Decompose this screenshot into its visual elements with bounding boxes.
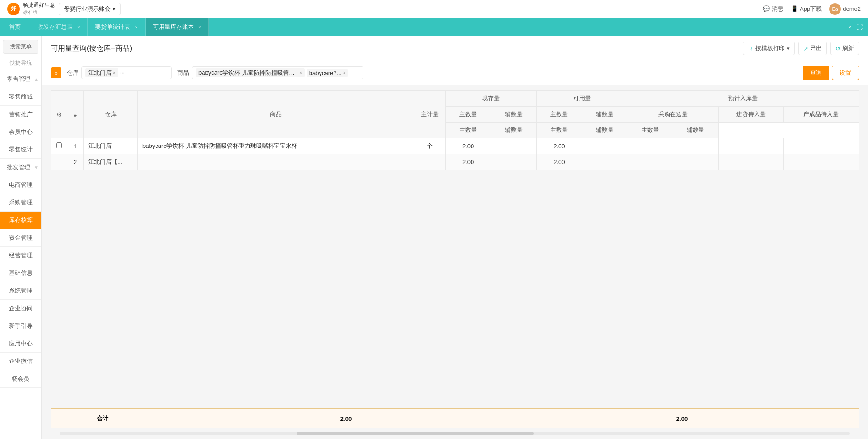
product-tag-1-label: babycare学饮杯 儿童防摔防撞吸管杯重力球吸嘴杯宝宝水杯 [198,69,298,77]
export-btn[interactable]: ↗ 导出 [798,42,827,55]
scrollbar-thumb[interactable] [297,432,533,435]
summary-label: 合计 [92,413,146,425]
product-tag-1-close[interactable]: × [299,71,302,76]
tab-receipt-close[interactable]: × [77,24,80,30]
chevron-icon: ▲ [34,77,38,82]
row2-current-main: 2.00 [445,154,491,170]
sidebar-item-new-user[interactable]: 新手引导 [0,317,41,335]
th-purchase-aux: 辅数量 [491,123,537,138]
sidebar-item-enterprise-label: 企业协同 [3,304,38,312]
product-filter-label: 商品 [177,69,189,77]
sidebar-item-retail-shop[interactable]: 零售商城 [0,88,41,106]
sidebar-item-wholesale[interactable]: 批发管理 ▼ [0,159,41,176]
th-product: 商品 [138,91,414,138]
row1-product-main [783,138,821,154]
user-menu[interactable]: Ea demo2 [829,3,861,15]
warehouse-filter-tags[interactable]: 江北门店 × ··· [81,66,172,79]
export-label: 导出 [810,44,822,52]
row1-product-aux [821,138,859,154]
row1-checkbox[interactable] [51,138,67,154]
th-purchase-transit: 采购在途量 [627,107,718,123]
row1-current-aux [491,138,537,154]
product-tag-1: babycare学饮杯 儿童防摔防撞吸管杯重力球吸嘴杯宝宝水杯 × [196,68,305,77]
sidebar-item-retail-mgmt[interactable]: 零售管理 ▲ [0,71,41,88]
warehouse-filter-group: 仓库 江北门店 × ··· [67,66,172,79]
search-menu-btn[interactable]: 搜索菜单 [3,40,38,54]
warehouse-tag-close[interactable]: × [113,71,116,76]
sidebar-item-inventory-check[interactable]: 库存核算 [0,212,41,229]
product-tag-2: babycare?... × [307,69,348,77]
top-bar: 好 畅捷通好生意 标准版 母婴行业演示账套 ▾ 💬 消息 📱 App下载 Ea … [0,0,868,18]
sidebar-item-marketing[interactable]: 营销推广 [0,106,41,123]
sidebar-item-system[interactable]: 系统管理 [0,282,41,300]
app-download-btn[interactable]: 📱 App下载 [791,5,822,13]
sidebar-item-new-user-label: 新手引导 [3,322,38,330]
tab-inventory-label: 可用量库存账本 [153,23,194,31]
logo-icon: 好 [7,3,20,15]
th-incoming-main: 主数量 [537,123,582,138]
tab-order[interactable]: 要货单统计表 × [88,18,145,36]
tab-home[interactable]: 首页 [0,18,30,36]
row2-available-aux [582,154,627,170]
sidebar-item-purchase[interactable]: 采购管理 [0,194,41,212]
warehouse-filter-label: 仓库 [67,69,79,77]
main-layout: 搜索菜单 快捷导航 零售管理 ▲ 零售商城 营销推广 会员中心 零售统计 批发管… [0,36,868,439]
scrollbar-track[interactable] [60,432,850,435]
sidebar-item-basic-info[interactable]: 基础信息 [0,264,41,282]
industry-selector[interactable]: 母婴行业演示账套 ▾ [59,3,121,15]
row2-incoming-main [718,154,751,170]
template-print-label: 按模板打印 [755,44,785,52]
row2-checkbox[interactable] [51,154,67,170]
sidebar-item-ecommerce[interactable]: 电商管理 [0,176,41,194]
sidebar-item-finance[interactable]: 资金管理 [0,229,41,247]
sidebar-item-app-center[interactable]: 应用中心 [0,335,41,353]
message-icon: 💬 [763,5,770,12]
filter-expand-btn[interactable]: » [51,67,61,78]
page-header: 可用量查询(按仓库+商品) 🖨 按模板打印 ▾ ↗ 导出 ↺ 刷新 [42,36,868,61]
sidebar-item-ecommerce-label: 电商管理 [3,181,38,189]
expand-icon: » [54,70,57,76]
row2-incoming-aux [751,154,783,170]
quick-nav-btn[interactable]: 快捷导航 [0,57,41,71]
refresh-btn[interactable]: ↺ 刷新 [830,42,859,55]
product-filter-tags[interactable]: babycare学饮杯 儿童防摔防撞吸管杯重力球吸嘴杯宝宝水杯 × babyca… [192,66,363,79]
sidebar: 搜索菜单 快捷导航 零售管理 ▲ 零售商城 营销推广 会员中心 零售统计 批发管… [0,36,42,439]
tab-inventory-close[interactable]: × [198,24,201,30]
filter-more-btn[interactable]: ··· [120,70,125,76]
close-all-btn[interactable]: × [848,24,852,31]
sidebar-item-business[interactable]: 经营管理 [0,247,41,264]
query-btn[interactable]: 查询 [803,66,829,80]
th-available: 可用量 [537,91,627,107]
sidebar-item-retail-stats[interactable]: 零售统计 [0,141,41,159]
th-current-stock: 现存量 [445,91,536,107]
template-print-btn[interactable]: 🖨 按模板打印 ▾ [743,42,795,55]
row1-available-aux [582,138,627,154]
th-incoming-aux: 辅数量 [582,123,627,138]
data-table: ⚙ # 仓库 商品 主计量 现存量 可用量 预计入库量 主数量 辅数量 主数量 … [51,90,859,170]
summary-empty-1 [60,413,76,425]
sidebar-item-wholesale-label: 批发管理 [3,163,34,171]
sidebar-item-member2[interactable]: 畅会员 [0,370,41,388]
row1-check[interactable] [56,142,62,148]
sidebar-search-area: 搜索菜单 [0,36,41,57]
th-settings[interactable]: ⚙ [51,91,67,138]
settings-btn[interactable]: 设置 [832,66,859,80]
tab-inventory[interactable]: 可用量库存账本 × [146,18,209,36]
tab-receipt[interactable]: 收发存汇总表 × [30,18,88,36]
sidebar-item-enterprise[interactable]: 企业协同 [0,300,41,317]
filter-actions: 查询 设置 [803,66,859,80]
row1-unit: 个 [414,138,445,154]
sidebar-item-member[interactable]: 会员中心 [0,123,41,141]
tab-order-close[interactable]: × [135,24,137,30]
product-tag-2-label: babycare?... [309,70,342,76]
sidebar-item-purchase-label: 采购管理 [3,198,38,207]
fullscreen-btn[interactable]: ⛶ [856,24,863,31]
message-btn[interactable]: 💬 消息 [763,5,783,13]
top-bar-left: 好 畅捷通好生意 标准版 母婴行业演示账套 ▾ [7,2,121,16]
product-tag-2-close[interactable]: × [343,71,345,76]
chevron-down-icon-print: ▾ [787,45,790,52]
avatar: Ea [829,3,841,15]
sidebar-item-wechat[interactable]: 企业微信 [0,353,41,370]
sidebar-item-retail-stats-label: 零售统计 [3,146,38,154]
row1-incoming-main [718,138,751,154]
